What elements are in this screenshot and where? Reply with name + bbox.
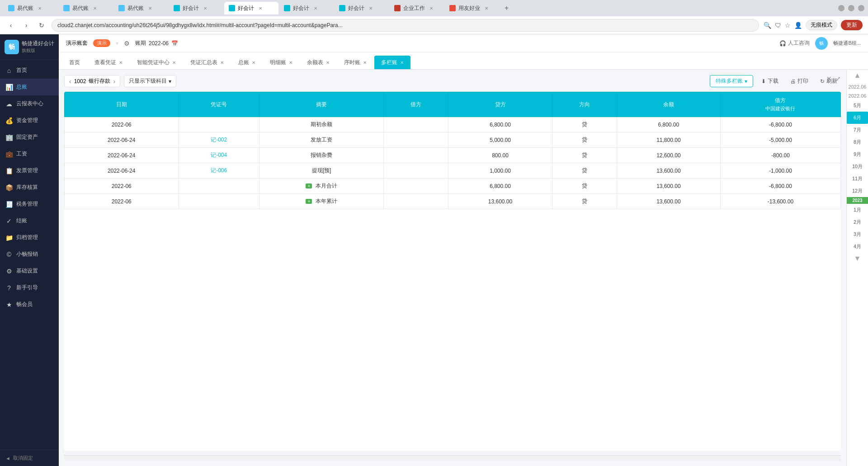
sidebar-item-payroll[interactable]: 💼 工资 (0, 146, 59, 162)
tab-close-8[interactable]: ✕ (429, 6, 433, 11)
month-item-2023-2[interactable]: 2月 (847, 216, 868, 228)
tab-close-3[interactable]: ✕ (148, 6, 152, 11)
forward-button[interactable]: › (21, 20, 32, 31)
user-avatar[interactable]: 畅 (815, 37, 828, 50)
sidebar-item-settings[interactable]: ⚙ 基础设置 (0, 263, 59, 279)
horizontal-scrollbar[interactable] (64, 455, 841, 461)
tab-voucher-summary-close[interactable]: ✕ (220, 60, 224, 65)
minimize-button[interactable] (838, 5, 844, 11)
tab-close-1[interactable]: ✕ (38, 6, 42, 11)
browser-tab-6[interactable]: 好会计 ✕ (279, 2, 334, 14)
expand-panel-icon[interactable]: ⤢ (835, 75, 841, 82)
month-panel-down-arrow[interactable]: ▼ (854, 253, 861, 264)
voucher-link-3[interactable]: 记-006 (211, 167, 227, 174)
tab-view-voucher[interactable]: 查看凭证 ✕ (88, 56, 129, 69)
filter-dropdown[interactable]: 只显示下级科目 ▾ (124, 75, 176, 87)
sidebar-item-settle[interactable]: ✓ 结账 (0, 212, 59, 229)
profile-icon[interactable]: 👤 (794, 22, 802, 29)
close-button[interactable] (858, 5, 864, 11)
browser-tab-5[interactable]: 好会计 ✕ (224, 2, 278, 14)
browser-tab-4[interactable]: 好会计 ✕ (169, 2, 223, 14)
month-item-12[interactable]: 12月 (847, 185, 868, 197)
tab-smart-voucher-close[interactable]: ✕ (172, 60, 176, 65)
main-content: 演示账套 演示 ▾ ⚙ 账期 2022-06 📅 🎧 人工咨询 畅 畅捷通B组.… (59, 34, 868, 466)
month-item-2023-4[interactable]: 4月 (847, 240, 868, 253)
tab-home[interactable]: 首页 (62, 56, 87, 69)
sidebar-item-ledger[interactable]: 📊 总账 (0, 79, 59, 95)
tab-smart-voucher[interactable]: 智能凭证中心 ✕ (130, 56, 183, 69)
tab-close-5[interactable]: ✕ (259, 6, 262, 11)
month-item-9[interactable]: 9月 (847, 148, 868, 160)
month-panel-up-arrow[interactable]: ▲ (854, 70, 861, 81)
voucher-link-2[interactable]: 记-004 (211, 152, 227, 158)
month-item-2023-3[interactable]: 3月 (847, 228, 868, 240)
month-item-5[interactable]: 5月 (847, 99, 868, 112)
tab-close-7[interactable]: ✕ (369, 6, 373, 11)
browser-tab-2[interactable]: 易代账 ✕ (59, 2, 113, 14)
update-button[interactable]: 更新 (841, 20, 863, 30)
sidebar-item-expense[interactable]: © 小畅报销 (0, 246, 59, 263)
tab-close-9[interactable]: ✕ (485, 6, 488, 11)
account-next-button[interactable]: › (113, 78, 115, 85)
browser-tab-7[interactable]: 好会计 ✕ (335, 2, 389, 14)
browser-tab-8[interactable]: 企业工作 ✕ (390, 2, 444, 14)
sidebar-item-invoice[interactable]: 📋 发票管理 (0, 162, 59, 179)
voucher-link-1[interactable]: 记-002 (211, 137, 227, 143)
sidebar-item-guide[interactable]: ? 新手引导 (0, 279, 59, 296)
table-row: 2022-06 + 本月合计 6,800.00 贷 13,600.00 (65, 179, 841, 194)
special-multicolumn-button[interactable]: 特殊多栏账 ▾ (710, 75, 753, 87)
reload-button[interactable]: ↻ (36, 20, 47, 31)
calendar-icon[interactable]: 📅 (171, 40, 178, 47)
td-voucher-1[interactable]: 记-002 (179, 132, 259, 148)
consult-button[interactable]: 🎧 人工咨询 (779, 39, 810, 47)
browser-tab-1[interactable]: 易代账 ✕ (4, 2, 58, 14)
browser-tab-9[interactable]: 用友好业 ✕ (445, 2, 499, 14)
tab-detail-ledger[interactable]: 明细账 ✕ (263, 56, 299, 69)
month-item-10[interactable]: 10月 (847, 160, 868, 173)
sidebar-item-fund[interactable]: 💰 资金管理 (0, 112, 59, 129)
tab-sequence-ledger[interactable]: 序时账 ✕ (337, 56, 373, 69)
download-button[interactable]: ⬇ 下载 (758, 75, 782, 87)
tab-close-6[interactable]: ✕ (314, 6, 317, 11)
account-prev-button[interactable]: ‹ (69, 78, 71, 85)
sidebar-item-archive[interactable]: 📁 归档管理 (0, 229, 59, 246)
tab-multi-column[interactable]: 多栏账 ✕ (374, 56, 410, 69)
maximize-button[interactable] (848, 5, 854, 11)
star-icon[interactable]: ☆ (785, 22, 791, 29)
sidebar-item-fixed-asset[interactable]: 🏢 固定资产 (0, 129, 59, 146)
browser-tab-3[interactable]: 易代账 ✕ (114, 2, 168, 14)
td-voucher-2[interactable]: 记-004 (179, 148, 259, 163)
tab-balance-close[interactable]: ✕ (326, 60, 330, 65)
sidebar-unpin-button[interactable]: ◄ 取消固定 (0, 450, 59, 466)
print-button[interactable]: 🖨 打印 (787, 75, 812, 87)
tab-multi-column-close[interactable]: ✕ (400, 60, 404, 65)
sidebar-item-inventory[interactable]: 📦 库存核算 (0, 179, 59, 196)
month-item-11[interactable]: 11月 (847, 173, 868, 185)
tab-detail-ledger-close[interactable]: ✕ (289, 60, 292, 65)
tab-sequence-ledger-close[interactable]: ✕ (363, 60, 367, 65)
month-item-8[interactable]: 8月 (847, 136, 868, 148)
back-button[interactable]: ‹ (5, 20, 16, 31)
month-item-6[interactable]: 6月 (847, 112, 868, 124)
sidebar-item-membership[interactable]: ★ 畅会员 (0, 296, 59, 313)
tab-general-ledger-close[interactable]: ✕ (252, 60, 255, 65)
month-item-2023-1[interactable]: 1月 (847, 204, 868, 216)
tab-close-4[interactable]: ✕ (203, 6, 207, 11)
tab-view-voucher-close[interactable]: ✕ (119, 60, 123, 65)
sidebar-item-tax[interactable]: 🧾 税务管理 (0, 196, 59, 212)
sidebar-item-cloud-report[interactable]: ☁ 云报表中心 (0, 95, 59, 112)
td-voucher-3[interactable]: 记-006 (179, 163, 259, 179)
shield-icon[interactable]: 🛡 (775, 22, 781, 29)
sidebar-item-home[interactable]: ⌂ 首页 (0, 62, 59, 79)
url-input[interactable] (52, 19, 759, 32)
new-tab-button[interactable]: + (500, 4, 513, 12)
tab-voucher-summary[interactable]: 凭证汇总表 ✕ (184, 56, 231, 69)
search-icon[interactable]: 🔍 (764, 22, 771, 29)
tab-close-2[interactable]: ✕ (93, 6, 97, 11)
month-item-7[interactable]: 7月 (847, 124, 868, 136)
tab-balance[interactable]: 余额表 ✕ (300, 56, 336, 69)
close-panel-icon[interactable]: ✕ (826, 75, 832, 82)
settings-gear-icon[interactable]: ⚙ (124, 40, 130, 47)
tab-general-ledger[interactable]: 总账 ✕ (231, 56, 262, 69)
incognito-button[interactable]: 无痕模式 (806, 20, 837, 30)
